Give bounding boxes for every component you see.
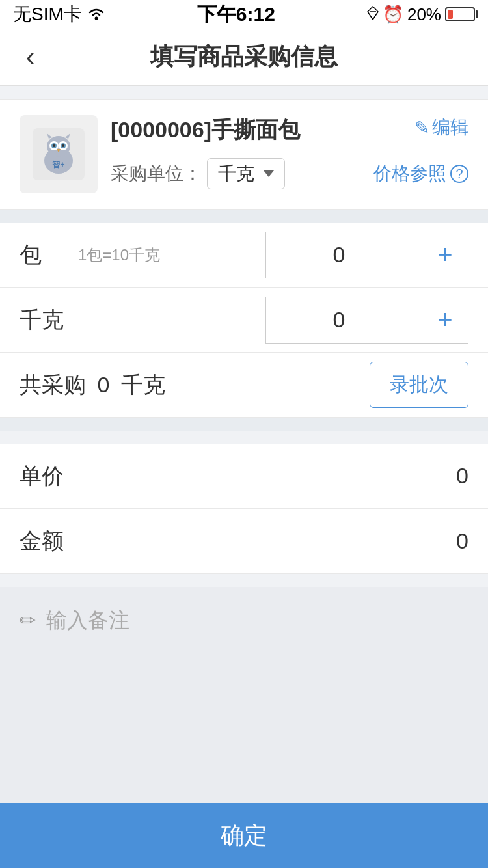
- svg-point-0: [94, 17, 98, 20]
- edit-button[interactable]: ✎ 编辑: [414, 115, 468, 140]
- battery-percent: 20%: [407, 5, 441, 25]
- amount-label: 金额: [20, 526, 64, 556]
- product-card: 智+ [0000006]手撕面包 ✎ 编辑 采购单位： 千克: [0, 99, 488, 210]
- kg-input-wrapper: +: [265, 297, 468, 344]
- back-button[interactable]: ‹: [20, 36, 41, 78]
- status-left: 无SIM卡: [13, 2, 105, 27]
- status-bar: 无SIM卡 下午6:12 ⏰ 20%: [0, 0, 488, 29]
- nav-bar: ‹ 填写商品采购信息: [0, 29, 488, 86]
- input-section: 包 1包=10千克 + 千克 + 共采购 0 千克 录批次: [0, 223, 488, 418]
- unit-price-row: 单价 0: [0, 444, 488, 509]
- section-divider-1: [0, 210, 488, 223]
- page-title: 填写商品采购信息: [150, 41, 338, 73]
- product-logo: 智+: [33, 128, 85, 180]
- bag-input-wrapper: +: [265, 232, 468, 278]
- chevron-down-icon: [264, 170, 274, 177]
- kg-quantity-input[interactable]: [265, 297, 422, 344]
- svg-point-9: [62, 144, 64, 147]
- remark-section[interactable]: ✏ 输入备注: [0, 587, 488, 665]
- bag-hint: 1包=10千克: [78, 245, 265, 265]
- product-name: [0000006]手撕面包: [111, 115, 414, 145]
- unit-select[interactable]: 千克: [207, 158, 285, 189]
- record-batch-button[interactable]: 录批次: [370, 362, 468, 408]
- kg-plus-button[interactable]: +: [422, 297, 468, 344]
- remark-placeholder: 输入备注: [46, 606, 129, 635]
- amount-row: 金额 0: [0, 509, 488, 574]
- unit-price-label: 单价: [20, 461, 64, 491]
- edit-icon: ✎: [414, 117, 429, 139]
- product-thumbnail: 智+: [20, 115, 98, 193]
- bag-plus-button[interactable]: +: [422, 232, 468, 278]
- info-icon: ?: [450, 165, 468, 183]
- bag-quantity-input[interactable]: [265, 232, 422, 278]
- amount-value: 0: [456, 528, 468, 554]
- location-icon: [367, 5, 379, 25]
- status-right: ⏰ 20%: [367, 5, 475, 25]
- price-reference-button[interactable]: 价格参照 ?: [373, 161, 468, 186]
- status-time: 下午6:12: [197, 1, 275, 28]
- unit-label: 采购单位：: [111, 161, 202, 186]
- wifi-icon: [87, 4, 105, 25]
- section-divider-2: [0, 418, 488, 431]
- unit-price-value: 0: [456, 463, 468, 489]
- summary-text: 共采购 0 千克: [20, 370, 165, 400]
- summary-row: 共采购 0 千克 录批次: [0, 353, 488, 418]
- product-info: [0000006]手撕面包 ✎ 编辑 采购单位： 千克 价格参照 ?: [111, 115, 468, 189]
- bag-label: 包: [20, 240, 72, 270]
- confirm-button[interactable]: 确定: [0, 803, 488, 868]
- bag-input-row: 包 1包=10千克 +: [0, 223, 488, 288]
- carrier-text: 无SIM卡: [13, 2, 82, 27]
- kg-input-row: 千克 +: [0, 288, 488, 353]
- price-section: 单价 0 金额 0: [0, 444, 488, 574]
- battery-icon: [445, 7, 475, 21]
- confirm-button-label: 确定: [221, 820, 267, 852]
- svg-point-8: [53, 144, 55, 147]
- pencil-icon: ✏: [20, 609, 36, 632]
- kg-label: 千克: [20, 305, 72, 335]
- alarm-icon: ⏰: [383, 5, 403, 25]
- svg-text:智+: 智+: [51, 160, 64, 169]
